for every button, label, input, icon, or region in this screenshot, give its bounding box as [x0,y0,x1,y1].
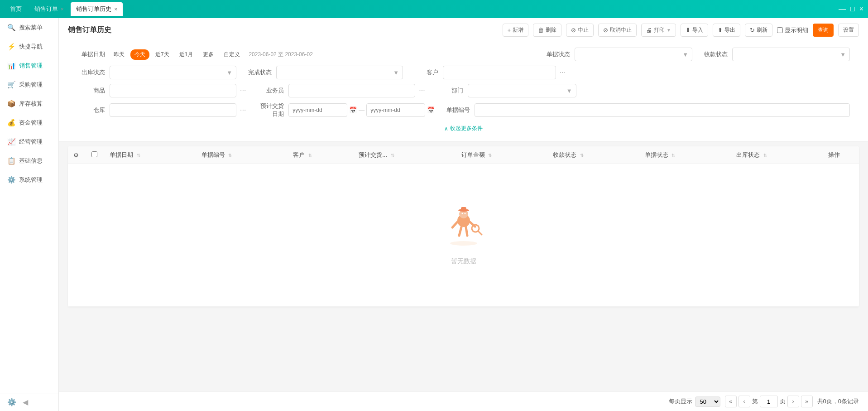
page-first-btn[interactable]: « [725,396,737,407]
sidebar-item-sales[interactable]: 📊 销售管理 [0,56,58,75]
th-date[interactable]: 单据日期 ⇅ [104,146,196,164]
close-sales-order-history-tab[interactable]: × [114,6,117,12]
sidebar-settings-icon[interactable]: ⚙️ [7,398,16,406]
display-cols-checkbox[interactable]: 显示明细 [777,26,808,34]
th-bill-status[interactable]: 单据状态 ⇅ [639,146,731,164]
th-expected-delivery[interactable]: 预计交货... ⇅ [353,146,456,164]
settings-button[interactable]: 设置 [838,24,859,37]
sidebar-search-label: 搜索菜单 [19,24,43,32]
select-all-checkbox[interactable] [91,151,97,157]
import-button[interactable]: ⬇ 导入 [681,24,708,37]
goods-input[interactable] [110,84,236,97]
sidebar-collapse-icon[interactable]: ◀ [23,398,28,406]
tab-sales-order-history-label: 销售订单历史 [76,5,111,13]
page-input[interactable] [760,396,778,407]
svg-point-12 [464,213,465,214]
th-delivery-status[interactable]: 出库状态 ⇅ [731,146,823,164]
svg-line-6 [478,231,482,235]
delivery-status-select[interactable]: ▼ [110,66,236,79]
expected-delivery-label: 预计交货日期 [256,102,288,118]
sidebar-item-basic-info[interactable]: 📋 基础信息 [0,151,58,170]
sort-expected-delivery-icon[interactable]: ⇅ [391,153,394,158]
th-date-label: 单据日期 [110,151,133,158]
page-prev-btn[interactable]: ‹ [739,396,750,407]
salesperson-dots[interactable]: ··· [416,87,427,95]
delivery-date-to[interactable] [366,103,425,117]
sidebar-item-quick-nav[interactable]: ⚡ 快捷导航 [0,37,58,56]
warehouse-dots[interactable]: ··· [237,106,249,114]
sidebar-item-system[interactable]: ⚙️ 系统管理 [0,170,58,189]
stop-button[interactable]: ⊘ 中止 [566,24,594,37]
bill-status-arrow: ▼ [682,51,688,58]
sidebar: 🔍 搜索菜单 ⚡ 快捷导航 📊 销售管理 🛒 采购管理 📦 库存核算 💰 资金管… [0,18,59,411]
sidebar-item-finance[interactable]: 💰 资金管理 [0,113,58,132]
calendar-to-icon[interactable]: 📅 [427,106,435,114]
date-chip-7days[interactable]: 近7天 [151,49,173,60]
cancel-stop-button[interactable]: ⊘ 取消中止 [598,24,637,37]
th-ops-label: 操作 [828,151,840,158]
sort-delivery-status-icon[interactable]: ⇅ [763,153,767,158]
date-chip-more[interactable]: 更多 [199,49,218,60]
th-number[interactable]: 单据编号 ⇅ [196,146,288,164]
calendar-from-icon[interactable]: 📅 [349,106,357,114]
display-cols-input[interactable] [777,27,783,33]
table-section: ⚙ 单据日期 ⇅ 单据编号 ⇅ [59,142,868,392]
per-page-select[interactable]: 50 10 20 100 [695,396,720,407]
tab-sales-order-history[interactable]: 销售订单历史 × [71,2,122,16]
collapse-label: 收起更多条件 [450,125,483,132]
delivery-date-from[interactable] [288,103,347,117]
th-gear[interactable]: ⚙ [68,146,86,164]
date-chip-1month[interactable]: 近1月 [175,49,197,60]
sort-amount-icon[interactable]: ⇅ [488,153,492,158]
th-checkbox[interactable] [86,146,104,164]
completion-status-select[interactable]: ▼ [276,66,403,79]
date-chip-custom[interactable]: 自定义 [220,49,244,60]
close-sales-order-tab[interactable]: × [61,6,63,12]
print-button[interactable]: 🖨 打印 ▼ [641,24,676,37]
search-icon: 🔍 [7,24,15,32]
bill-number-input[interactable] [475,103,850,117]
sidebar-bottom: ⚙️ ◀ [0,393,58,411]
sort-customer-icon[interactable]: ⇅ [308,153,312,158]
th-customer[interactable]: 客户 ⇅ [288,146,353,164]
customer-input[interactable] [443,66,556,79]
sidebar-sales-label: 销售管理 [19,62,43,70]
th-amount[interactable]: 订单金额 ⇅ [456,146,548,164]
window-close-btn[interactable]: — [839,5,846,13]
sidebar-item-search[interactable]: 🔍 搜索菜单 [0,18,58,37]
goods-label: 商品 [77,87,110,95]
refresh-button[interactable]: ↻ 刷新 [745,24,772,37]
delete-button[interactable]: 🗑 删除 [533,24,561,37]
tab-home[interactable]: 首页 [5,2,27,16]
add-icon: + [508,27,511,34]
collapse-button[interactable]: ∧ 收起更多条件 [444,125,483,132]
add-button[interactable]: + 新增 [503,24,529,37]
page-next-btn[interactable]: › [787,396,799,407]
customer-dots[interactable]: ··· [557,68,568,77]
sort-date-icon[interactable]: ⇅ [137,153,140,158]
date-chip-yesterday[interactable]: 昨天 [110,49,129,60]
sort-bill-status-icon[interactable]: ⇅ [671,153,675,158]
th-payment-status[interactable]: 收款状态 ⇅ [547,146,639,164]
tab-sales-order[interactable]: 销售订单 × [29,2,69,16]
sort-number-icon[interactable]: ⇅ [228,153,232,158]
date-chip-today[interactable]: 今天 [130,49,149,60]
sidebar-item-management[interactable]: 📈 经营管理 [0,132,58,151]
warehouse-input[interactable] [110,103,236,117]
department-select[interactable]: ▼ [468,84,576,97]
export-button[interactable]: ⬆ 导出 [713,24,740,37]
window-maximize-btn[interactable]: × [859,5,863,13]
sidebar-item-purchase[interactable]: 🛒 采购管理 [0,75,58,94]
payment-status-select[interactable]: ▼ [732,48,850,61]
svg-point-0 [450,241,477,246]
date-label: 单据日期 [77,50,110,58]
goods-dots[interactable]: ··· [237,87,249,95]
page-last-btn[interactable]: » [801,396,813,407]
sort-payment-status-icon[interactable]: ⇅ [580,153,584,158]
window-minimize-btn[interactable]: □ [850,5,855,13]
salesperson-input[interactable] [288,84,415,97]
bill-status-select[interactable]: ▼ [575,48,692,61]
query-button[interactable]: 查询 [813,24,834,37]
th-bill-status-label: 单据状态 [645,151,668,158]
sidebar-item-inventory[interactable]: 📦 库存核算 [0,94,58,113]
